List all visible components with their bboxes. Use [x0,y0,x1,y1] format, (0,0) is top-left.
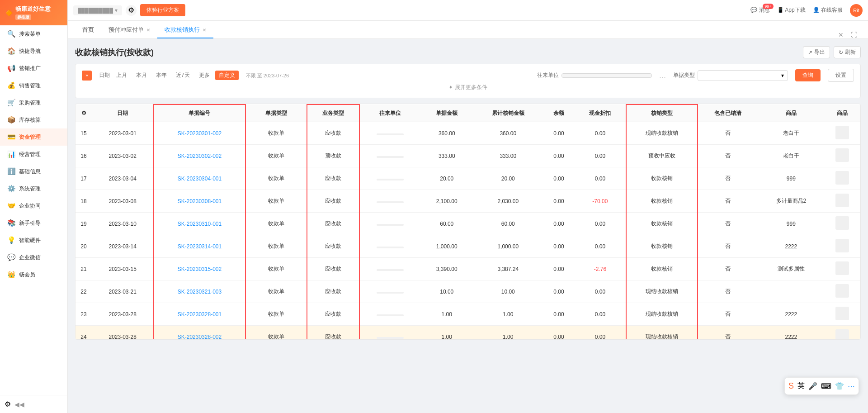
float-tool-4[interactable]: 👕 [835,382,844,390]
more-filters-btn[interactable]: ... [659,71,666,80]
cell-biz-type: 应收款 [307,167,359,190]
cell-cash-discount: 0.00 [575,235,626,258]
col-date[interactable]: 日期 [92,104,154,122]
sidebar-item-营销推广[interactable]: 📢营销推广 [0,60,67,77]
date-custom[interactable]: 自定义 [215,71,239,80]
doc-no-link[interactable]: SK-20230328-001 [178,311,222,318]
float-tool-2[interactable]: 🎤 [808,382,817,390]
expand-conditions-btn[interactable]: ✦ 展开更多条件 [448,84,487,90]
cell-goods: 2222 [758,235,824,258]
date-more[interactable]: 更多 [195,71,213,80]
col-verify-type[interactable]: 核销类型 [626,104,698,122]
doc-no-link[interactable]: SK-20230328-002 [178,334,222,340]
partner-input[interactable] [561,73,652,78]
refresh-btn[interactable]: ↻ 刷新 [834,46,861,58]
sidebar-item-采购管理[interactable]: 🛒采购管理 [0,94,67,111]
col-include-settled[interactable]: 包含已结清 [698,104,759,122]
doc-no-link[interactable]: SK-20230315-002 [178,266,222,272]
topbar-left: ██████████ ▾ ⚙ 体验行业方案 [73,4,747,16]
doc-type-select[interactable]: ▾ [698,70,788,81]
col-accum-amount[interactable]: 累计核销金额 [473,104,543,122]
col-goods-img[interactable]: 商品 [824,104,860,122]
cell-goods-img [824,303,860,326]
cell-doc-type: 收款单 [245,167,307,190]
table-container[interactable]: ⚙ 日期 单据编号 单据类型 业务类型 往来单位 单据金额 累计核销金额 余额 … [75,104,860,339]
tab-prepayment-close[interactable]: ✕ [146,28,150,33]
cell-verify-type: 收款核销 [626,167,698,190]
app-download-btn[interactable]: 📱 App下载 [777,6,806,14]
doc-no-link[interactable]: SK-20230314-001 [178,243,222,250]
date-7days[interactable]: 近7天 [172,71,193,80]
settings-icon[interactable]: ⚙ [5,400,11,408]
sidebar-item-系统管理[interactable]: ⚙️系统管理 [0,180,67,197]
date-this-year[interactable]: 本年 [152,71,170,80]
expand-row: ✦ 展开更多条件 [82,82,854,93]
sidebar-item-基础信息[interactable]: ℹ️基础信息 [0,163,67,180]
cell-include-settled: 否 [698,303,759,326]
cell-goods: 老白干 [758,145,824,167]
col-doc-no[interactable]: 单据编号 [154,104,245,122]
sidebar-item-库存核算[interactable]: 📦库存核算 [0,111,67,128]
doc-no-link[interactable]: SK-20230302-002 [178,153,222,159]
doc-no-link[interactable]: SK-20230301-002 [178,130,222,137]
float-tool-1[interactable]: 英 [797,381,805,391]
float-tool-3[interactable]: ⌨ [821,382,831,390]
sidebar-icon: 📚 [7,219,15,227]
cell-doc-type: 收款单 [245,280,307,303]
doc-no-link[interactable]: SK-20230304-001 [178,176,222,182]
col-balance[interactable]: 余额 [543,104,575,122]
partner-blurred [377,314,404,316]
col-biz-type[interactable]: 业务类型 [307,104,359,122]
sidebar-item-资金管理[interactable]: 💳资金管理 [0,128,67,146]
tab-prepayment[interactable]: 预付冲应付单 ✕ [101,22,157,38]
query-btn[interactable]: 查询 [795,69,821,81]
cell-include-settled: 否 [698,167,759,190]
col-cash-discount[interactable]: 现金折扣 [575,104,626,122]
cell-amount: 1.00 [420,303,473,326]
sidebar-item-快捷导航[interactable]: 🏠快捷导航 [0,43,67,60]
float-tool-5[interactable]: ⋯ [848,382,855,390]
table-row: 15 2023-03-01 SK-20230301-002 收款单 应收款 36… [75,122,860,145]
export-btn[interactable]: ↗ 导出 [803,46,830,58]
brand-selector[interactable]: ██████████ ▾ [73,5,122,15]
tab-verify[interactable]: 收款核销执行 ✕ [157,22,213,38]
floating-tools: S 英 🎤 ⌨ 👕 ⋯ [784,377,859,395]
sidebar-item-经营管理[interactable]: 📊经营管理 [0,146,67,163]
collapse-icon[interactable]: ◀◀ [14,401,24,408]
sidebar-item-畅会员[interactable]: 👑畅会员 [0,266,67,283]
col-settings[interactable]: ⚙ [75,104,92,122]
tab-verify-close[interactable]: ✕ [203,28,206,33]
filter-collapse-btn[interactable]: » [82,71,92,81]
date-last-month[interactable]: 上月 [113,71,131,80]
industry-solution-btn[interactable]: 体验行业方案 [140,4,185,16]
filter-settings-btn[interactable]: 设置 [828,69,854,82]
topbar-settings-btn[interactable]: ⚙ [126,5,137,16]
online-service-btn[interactable]: 👤 在线客服 [813,6,843,14]
sidebar-item-企业微信[interactable]: 💬企业微信 [0,249,67,266]
col-partner[interactable]: 往来单位 [359,104,420,122]
cell-biz-type: 应收款 [307,235,359,258]
doc-no-link[interactable]: SK-20230308-001 [178,198,222,204]
tab-close-all[interactable]: ✕ [835,31,847,38]
cell-balance: 0.00 [543,280,575,303]
sidebar-item-搜索菜单[interactable]: 🔍搜索菜单 [0,25,67,43]
user-avatar[interactable]: Rit [850,4,863,17]
doc-no-link[interactable]: SK-20230321-003 [178,289,222,295]
sidebar-item-销售管理[interactable]: 💰销售管理 [0,77,67,94]
cell-cash-discount: 0.00 [575,280,626,303]
cell-partner [359,326,420,340]
notification-btn[interactable]: 💬 消息 99+ [750,6,769,14]
doc-no-link[interactable]: SK-20230310-001 [178,221,222,227]
col-amount[interactable]: 单据金额 [420,104,473,122]
col-doc-type[interactable]: 单据类型 [245,104,307,122]
cell-date: 2023-03-28 [92,326,154,340]
date-this-month[interactable]: 本月 [132,71,151,80]
sidebar-item-新手引导[interactable]: 📚新手引导 [0,214,67,232]
sidebar-item-企业协同[interactable]: 🤝企业协同 [0,197,67,214]
cell-doc-no: SK-20230328-001 [154,303,245,326]
tab-expand[interactable]: ⛶ [847,31,861,38]
col-goods[interactable]: 商品 [758,104,824,122]
table-row: 24 2023-03-28 SK-20230328-002 收款单 应收款 1.… [75,326,860,340]
tab-home[interactable]: 首页 [75,22,101,38]
sidebar-item-智能硬件[interactable]: 💡智能硬件 [0,232,67,249]
